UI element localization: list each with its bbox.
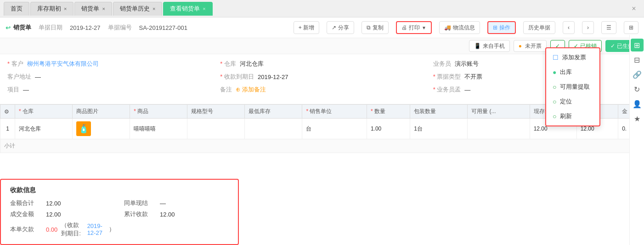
tab-sales-label: 销货单 <box>81 5 99 13</box>
payment-date-value: 2019-12-27 <box>258 74 288 80</box>
outbound-item[interactable]: ● 出库 <box>546 65 599 80</box>
sidebar-star-icon[interactable]: ★ <box>631 112 644 125</box>
operation-dropdown: ☐ 添加发票 ● 出库 ○ 可用量提取 ○ 定位 ○ 刷新 <box>545 47 600 126</box>
available-qty-icon: ○ <box>553 83 556 91</box>
phone-icon: 📱 <box>474 43 481 49</box>
outbound-label: 出库 <box>560 68 572 76</box>
date-label: 单据日期 <box>39 23 62 32</box>
print-icon: 🖨 <box>401 24 407 31</box>
sidebar-rotate-icon[interactable]: ↻ <box>631 83 644 96</box>
copy-label: 复制 <box>373 24 384 32</box>
history-button[interactable]: 历史单据 <box>523 21 555 34</box>
add-invoice-label: 添加发票 <box>562 53 586 62</box>
logistics-button[interactable]: 🚚 物流信息 <box>439 21 480 34</box>
due-note: （收款到期日: <box>61 221 83 238</box>
refresh-icon: ○ <box>553 113 556 120</box>
tab-sales-history[interactable]: 销货单历史 × <box>113 2 162 16</box>
row-qty: 1.00 <box>367 119 410 139</box>
copy-button[interactable]: ⧉ 复制 <box>362 21 389 34</box>
tab-home[interactable]: 首页 <box>4 2 29 16</box>
date-value: 2019-12-27 <box>70 24 101 31</box>
prev-button[interactable]: ‹ <box>563 21 575 34</box>
window-close-button[interactable]: × <box>627 2 640 15</box>
doc-type-label: 销货单 <box>13 23 31 32</box>
refresh-label: 刷新 <box>560 112 572 120</box>
th-product-img: 商品图片 <box>73 105 130 119</box>
next-button[interactable]: › <box>582 21 594 34</box>
owed-value: 0.00 <box>46 226 57 233</box>
add-note-button[interactable]: 添加备注 <box>236 85 266 94</box>
staff2-label: 业务员孟 <box>433 85 461 94</box>
doc-meta: 单据日期 2019-12-27 单据编号 SA-20191227-001 <box>39 23 187 32</box>
sidebar-layout1-icon[interactable]: ⊞ <box>631 39 644 51</box>
from-phone-button[interactable]: 📱 来自手机 <box>469 40 510 52</box>
print-button[interactable]: 🖨 打印 ▼ <box>396 21 432 34</box>
copy-icon: ⧉ <box>367 24 371 31</box>
tab-history-close[interactable]: × <box>153 6 155 11</box>
share-button[interactable]: ↗ 分享 <box>327 21 354 34</box>
right-sidebar: ⊞ ⊟ 🔗 ↻ 👤 ★ ⤢ <box>629 35 644 245</box>
not-open-button[interactable]: 未开票 <box>514 40 547 52</box>
note-field: 备注 添加备注 <box>220 85 424 94</box>
new-button[interactable]: + 新增 <box>294 21 319 34</box>
customer-label: 客户 <box>7 60 23 68</box>
new-label: + 新增 <box>299 24 314 32</box>
th-settings: ⚙ <box>0 105 15 119</box>
th-spec: 规格型号 <box>187 105 245 119</box>
total-value: 12.00 <box>46 200 61 207</box>
share-label: 分享 <box>338 24 349 32</box>
address-label: 客户地址 <box>7 73 31 81</box>
sidebar-layout2-icon[interactable]: ⊟ <box>631 53 644 66</box>
available-qty-item[interactable]: ○ 可用量提取 <box>546 80 599 94</box>
th-sales-unit: 销售单位 <box>302 105 367 119</box>
add-invoice-item[interactable]: ☐ 添加发票 <box>546 50 599 65</box>
sidebar-user-icon[interactable]: 👤 <box>631 97 644 110</box>
staff-label: 业务员 <box>433 60 451 68</box>
number-value: SA-20191227-001 <box>139 24 188 31</box>
product-img-icon: 🧴 <box>79 124 89 134</box>
add-invoice-icon: ☐ <box>553 54 559 61</box>
locate-item[interactable]: ○ 定位 <box>546 94 599 109</box>
locate-icon: ○ <box>553 98 556 105</box>
customer-field: 客户 柳州粤港平安气体有限公司 <box>7 60 211 68</box>
summary-grid: 金额合计 12.00 同单现结 — 成交金额 12.00 累计收款 12.00 … <box>10 199 229 238</box>
row-spec <box>187 119 245 139</box>
summary-same-order: 同单现结 — <box>124 199 229 207</box>
project-field: 项目 — <box>7 85 211 94</box>
tab-sales-order[interactable]: 销货单 × <box>74 2 112 16</box>
collected-label: 累计收款 <box>124 210 156 218</box>
locate-label: 定位 <box>560 97 572 106</box>
sidebar-attach-icon[interactable]: 🔗 <box>631 68 644 81</box>
share-icon: ↗ <box>332 24 336 31</box>
warehouse-field: 仓库 河北仓库 <box>220 60 424 68</box>
tab-sales-close[interactable]: × <box>102 6 105 11</box>
refresh-item[interactable]: ○ 刷新 <box>546 109 599 124</box>
th-qty: 数量 <box>367 105 410 119</box>
row-num: 1 <box>0 119 15 139</box>
address-field: 客户地址 — <box>7 73 211 81</box>
summary-collected: 累计收款 12.00 <box>124 210 229 218</box>
tab-inventory-init[interactable]: 库存期初 × <box>30 2 73 16</box>
th-warehouse: 仓库 <box>15 105 73 119</box>
document-header: ↩ 销货单 单据日期 2019-12-27 单据编号 SA-20191227-0… <box>0 17 644 38</box>
payment-date-label: 收款到期日 <box>220 73 254 81</box>
tab-history-label: 销货单历史 <box>120 5 150 13</box>
tab-inventory-close[interactable]: × <box>64 6 67 11</box>
row-product-img: 🧴 <box>73 119 130 139</box>
payment-date-field: 收款到期日 2019-12-27 <box>220 73 424 81</box>
customer-value[interactable]: 柳州粤港平安气体有限公司 <box>27 60 99 68</box>
available-qty-label: 可用量提取 <box>560 83 590 91</box>
effective-icon: ✓ <box>610 43 615 49</box>
list-view-button[interactable]: ☰ <box>601 21 616 34</box>
tab-view-sales[interactable]: 查看销货单 × <box>163 2 212 16</box>
tab-view-close[interactable]: × <box>203 6 205 11</box>
grid-view-button[interactable]: ⊞ <box>624 21 638 34</box>
staff-value: 演示账号 <box>455 60 479 68</box>
row-pack-qty: 1台 <box>410 119 468 139</box>
logistics-label: 物流信息 <box>453 24 475 32</box>
warehouse-value: 河北仓库 <box>240 60 264 68</box>
due-date: 2019-12-27 <box>87 222 105 236</box>
row-available <box>468 119 530 139</box>
total-label: 金额合计 <box>10 199 42 207</box>
operation-button[interactable]: ⊞ 操作 <box>487 21 516 34</box>
